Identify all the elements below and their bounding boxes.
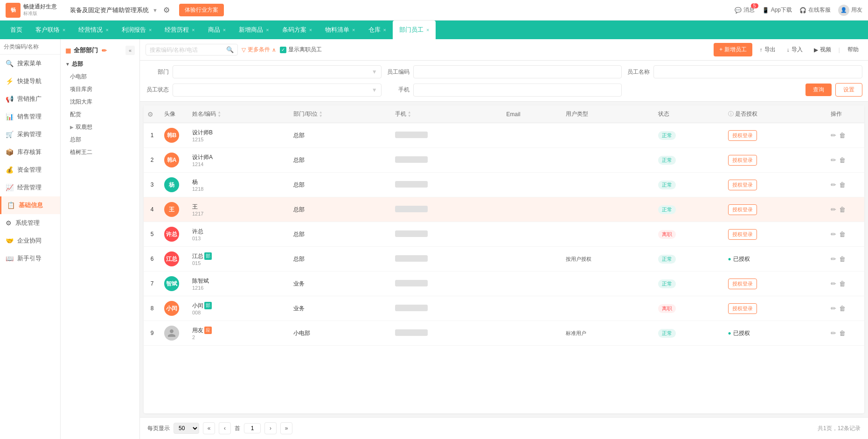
col-name-code[interactable]: 姓名/编码 ▲▼ — [188, 105, 290, 123]
edit-button[interactable]: ✏ — [831, 255, 836, 263]
delete-button[interactable]: 🗑 — [839, 132, 846, 139]
show-resigned-toggle[interactable]: ✓ 显示离职员工 — [280, 46, 322, 54]
edit-button[interactable]: ✏ — [831, 181, 836, 188]
last-page-button[interactable]: » — [280, 422, 292, 434]
tab-goods[interactable]: 商品 × — [201, 21, 232, 39]
dept-item-xiaodian[interactable]: 小电部 — [61, 70, 139, 83]
tab-profit[interactable]: 利润报告 × — [115, 21, 158, 39]
dept-collapse-button[interactable]: « — [125, 46, 135, 55]
close-icon[interactable]: × — [426, 27, 429, 33]
next-page-button[interactable]: › — [264, 422, 277, 434]
info-icon[interactable]: ⓘ — [728, 111, 734, 117]
close-icon[interactable]: × — [223, 27, 226, 33]
delete-button[interactable]: 🗑 — [839, 329, 846, 337]
emp-code-field[interactable] — [417, 69, 618, 75]
sidebar-item-system[interactable]: ⚙ 系统管理 — [0, 214, 60, 232]
close-icon[interactable]: × — [149, 27, 152, 33]
set-button[interactable]: 设置 — [835, 83, 862, 97]
delete-button[interactable]: 🗑 — [839, 230, 846, 238]
video-button[interactable]: ▶ 视频 — [810, 44, 835, 56]
delete-button[interactable]: 🗑 — [839, 255, 846, 263]
close-icon[interactable]: × — [266, 27, 269, 33]
search-input[interactable] — [150, 47, 224, 53]
sidebar-item-finance[interactable]: 💰 资金管理 — [0, 161, 60, 179]
app-download-button[interactable]: 📱 App下载 — [762, 6, 792, 14]
tab-history[interactable]: 经营历程 × — [158, 21, 201, 39]
sidebar-item-marketing[interactable]: 📢 营销推广 — [0, 90, 60, 108]
page-number-input[interactable] — [244, 423, 261, 433]
delete-button[interactable]: 🗑 — [839, 305, 846, 312]
edit-button[interactable]: ✏ — [831, 132, 836, 139]
tab-home[interactable]: 首页 — [4, 21, 29, 39]
dept-item-xiangmu[interactable]: 项目库房 — [61, 83, 139, 96]
phone-field[interactable] — [417, 87, 618, 93]
sidebar-item-purchase[interactable]: 🛒 采购管理 — [0, 125, 60, 143]
sidebar-search-input[interactable] — [4, 43, 61, 50]
col-dept-pos[interactable]: 部门/职位 ▲▼ — [290, 105, 391, 123]
help-button[interactable]: 帮助 — [844, 44, 862, 56]
edit-button[interactable]: ✏ — [831, 280, 836, 287]
status-filter-select[interactable]: ▼ — [173, 84, 382, 97]
auth-login-button[interactable]: 授权登录 — [728, 303, 757, 314]
delete-button[interactable]: 🗑 — [839, 156, 846, 164]
close-icon[interactable]: × — [352, 27, 355, 33]
auth-login-button[interactable]: 授权登录 — [728, 204, 757, 215]
online-service-button[interactable]: 🎧 在线客服 — [799, 6, 831, 14]
dept-item-shenyang[interactable]: 沈阳大库 — [61, 96, 139, 108]
col-settings[interactable]: ⚙ — [144, 105, 160, 123]
auth-login-button[interactable]: 授权登录 — [728, 279, 757, 289]
tab-barcode[interactable]: 条码方案 × — [276, 21, 319, 39]
sidebar-item-management[interactable]: 📈 经营管理 — [0, 179, 60, 196]
tab-department[interactable]: 部门员工 × — [393, 21, 436, 39]
auth-login-button[interactable]: 授权登录 — [728, 180, 757, 190]
auth-login-button[interactable]: 授权登录 — [728, 155, 757, 166]
close-icon[interactable]: × — [192, 27, 194, 33]
sidebar-item-search[interactable]: 🔍 搜索菜单 — [0, 55, 60, 72]
phone-filter-input[interactable] — [413, 84, 622, 97]
add-employee-button[interactable]: + 新增员工 — [714, 43, 752, 56]
trial-button[interactable]: 体验行业方案 — [179, 4, 224, 16]
message-button[interactable]: 💬 消息 5 — [735, 6, 755, 14]
emp-code-input[interactable] — [413, 65, 622, 78]
dept-item-zhishu[interactable]: 植树王二 — [61, 146, 139, 159]
col-phone[interactable]: 手机 ▲▼ — [391, 105, 503, 123]
settings-icon[interactable]: ⚙ — [163, 6, 170, 14]
system-dropdown-arrow[interactable]: ▼ — [153, 7, 158, 13]
dept-item-shuanglu[interactable]: ▶ 双鹿想 — [61, 121, 139, 133]
close-icon[interactable]: × — [62, 27, 65, 33]
edit-button[interactable]: ✏ — [831, 206, 836, 213]
prev-page-button[interactable]: ‹ — [219, 422, 231, 434]
tab-operation[interactable]: 经营情况 × — [72, 21, 115, 39]
dept-item-zongbu2[interactable]: 总部 — [61, 133, 139, 146]
user-menu[interactable]: 👤 用友 — [838, 5, 862, 16]
sidebar-item-guide[interactable]: 📖 新手引导 — [0, 250, 60, 267]
search-submit-icon[interactable]: 🔍 — [226, 46, 234, 53]
first-page-button[interactable]: « — [203, 422, 215, 434]
dept-item-peihuo[interactable]: 配货 — [61, 108, 139, 121]
sidebar-item-basic[interactable]: 📋 基础信息 — [0, 196, 60, 214]
auth-login-button[interactable]: 授权登录 — [728, 229, 757, 240]
edit-button[interactable]: ✏ — [831, 305, 836, 312]
more-filter-button[interactable]: ▽ 更多条件 ∧ — [242, 46, 276, 54]
edit-button[interactable]: ✏ — [831, 230, 836, 238]
dept-edit-icon[interactable]: ✏ — [102, 47, 107, 54]
col-settings-icon[interactable]: ⚙ — [147, 111, 153, 118]
export-button[interactable]: ↑ 导出 — [756, 44, 779, 56]
dept-filter-select[interactable]: ▼ — [173, 65, 382, 78]
emp-name-input[interactable] — [653, 65, 862, 78]
tab-warehouse[interactable]: 仓库 × — [362, 21, 393, 39]
sidebar-item-nav[interactable]: ⚡ 快捷导航 — [0, 72, 60, 90]
emp-name-field[interactable] — [658, 69, 858, 75]
close-icon[interactable]: × — [105, 27, 108, 33]
auth-login-button[interactable]: 授权登录 — [728, 130, 757, 141]
import-button[interactable]: ↓ 导入 — [783, 44, 806, 56]
page-size-select[interactable]: 50 20 100 — [174, 423, 199, 434]
tab-add-goods[interactable]: 新增商品 × — [232, 21, 275, 39]
edit-button[interactable]: ✏ — [831, 156, 836, 164]
dept-group-zongbu[interactable]: ▼ 总部 — [61, 58, 139, 70]
close-icon[interactable]: × — [309, 27, 312, 33]
sidebar-item-inventory[interactable]: 📦 库存核算 — [0, 143, 60, 161]
tab-bom[interactable]: 物料清单 × — [319, 21, 361, 39]
delete-button[interactable]: 🗑 — [839, 181, 846, 188]
close-icon[interactable]: × — [383, 27, 386, 33]
